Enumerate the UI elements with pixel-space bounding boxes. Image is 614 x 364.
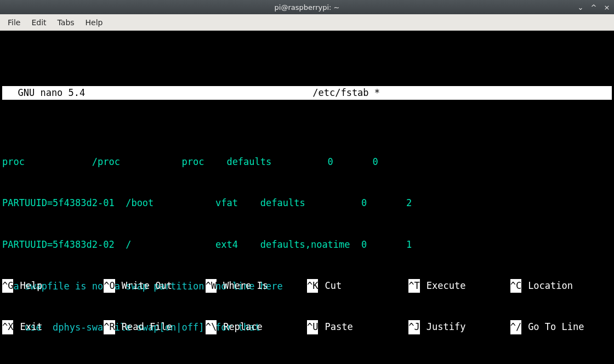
shortcut-readfile: ^RRead File: [104, 320, 205, 334]
menu-file[interactable]: File: [3, 16, 25, 29]
shortcut-label: Read File: [122, 320, 172, 334]
shortcut-row-2: ^XExit ^RRead File ^\Replace ^UPaste ^JJ…: [2, 320, 612, 334]
nano-file-label: /etc/fstab *: [85, 86, 607, 100]
close-icon[interactable]: ×: [603, 3, 611, 12]
terminal[interactable]: GNU nano 5.4 /etc/fstab * proc /proc pro…: [0, 31, 614, 364]
shortcut-label: Cut: [325, 279, 342, 293]
shortcut-label: Justify: [427, 320, 466, 334]
shortcut-label: Help: [20, 279, 42, 293]
shortcut-key: ^\: [206, 320, 217, 334]
shortcut-key: ^W: [206, 279, 217, 293]
shortcut-replace: ^\Replace: [206, 320, 307, 334]
nano-header: GNU nano 5.4 /etc/fstab *: [2, 86, 612, 100]
shortcut-key: ^X: [2, 320, 13, 334]
shortcut-label: Go To Line: [528, 320, 584, 334]
menu-tabs[interactable]: Tabs: [53, 16, 79, 29]
shortcut-exit: ^XExit: [2, 320, 104, 334]
shortcut-label: Location: [528, 279, 573, 293]
menu-help[interactable]: Help: [81, 16, 107, 29]
shortcut-paste: ^UPaste: [307, 320, 408, 334]
shortcut-key: ^/: [510, 320, 521, 334]
shortcut-whereis: ^WWhere Is: [206, 279, 307, 293]
shortcut-writeout: ^OWrite Out: [104, 279, 205, 293]
minimize-icon[interactable]: ⌄: [577, 3, 584, 12]
window-title: pi@raspberrypi: ~: [275, 3, 340, 12]
shortcut-key: ^C: [510, 279, 521, 293]
fstab-line-2: PARTUUID=5f4383d2-01 /boot vfat defaults…: [0, 196, 614, 210]
shortcut-key: ^R: [104, 320, 115, 334]
shortcut-label: Replace: [223, 320, 263, 334]
shortcut-label: Paste: [325, 320, 353, 334]
menu-edit[interactable]: Edit: [27, 16, 50, 29]
shortcut-location: ^CLocation: [510, 279, 612, 293]
shortcut-key: ^O: [104, 279, 115, 293]
shortcut-label: Execute: [427, 279, 466, 293]
shortcut-key: ^U: [307, 320, 318, 334]
nano-app-label: GNU nano 5.4: [7, 86, 85, 100]
shortcut-key: ^J: [408, 320, 419, 334]
shortcut-execute: ^TExecute: [408, 279, 510, 293]
shortcut-label: Exit: [20, 320, 42, 334]
shortcut-key: ^G: [2, 279, 13, 293]
shortcut-cut: ^KCut: [307, 279, 408, 293]
nano-shortcut-bar: ^GHelp ^OWrite Out ^WWhere Is ^KCut ^TEx…: [0, 251, 614, 364]
shortcut-label: Where Is: [223, 279, 268, 293]
shortcut-key: ^T: [408, 279, 419, 293]
shortcut-key: ^K: [307, 279, 318, 293]
shortcut-row-1: ^GHelp ^OWrite Out ^WWhere Is ^KCut ^TEx…: [2, 279, 612, 293]
shortcut-help: ^GHelp: [2, 279, 104, 293]
window-controls: ⌄ ^ ×: [577, 0, 611, 14]
shortcut-justify: ^JJustify: [408, 320, 510, 334]
fstab-line-1: proc /proc proc defaults 0 0: [0, 155, 614, 169]
shortcut-gotoline: ^/Go To Line: [510, 320, 612, 334]
fstab-line-3: PARTUUID=5f4383d2-02 / ext4 defaults,noa…: [0, 238, 614, 252]
window-titlebar: pi@raspberrypi: ~ ⌄ ^ ×: [0, 0, 614, 14]
maximize-icon[interactable]: ^: [590, 3, 598, 12]
menubar: File Edit Tabs Help: [0, 14, 614, 31]
shortcut-label: Write Out: [122, 279, 172, 293]
